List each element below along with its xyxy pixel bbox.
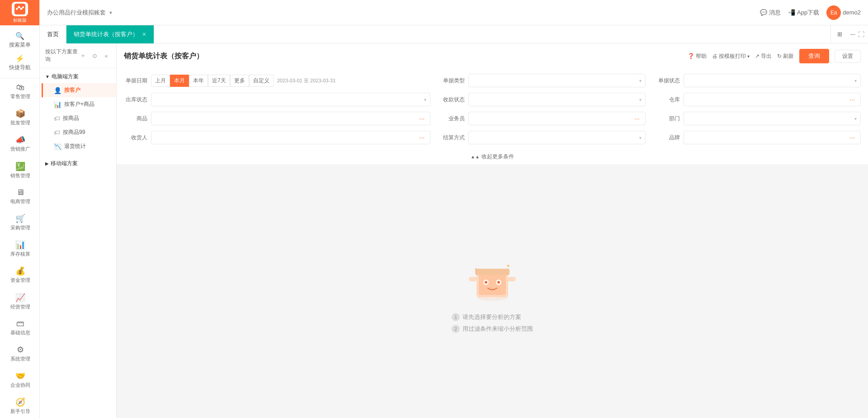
date-btn-custom[interactable]: 自定义 (249, 75, 274, 87)
brand-control: ··· (684, 131, 861, 144)
department-select[interactable]: ▾ (684, 112, 861, 125)
sidebar-item-operations[interactable]: 📈 经营管理 (0, 288, 39, 314)
print-icon: 🖨 (712, 53, 717, 59)
scheme-item-return-stats[interactable]: 📉 退货统计 (42, 139, 116, 153)
right-panel: 销货单统计表（按客户） ❓ 帮助 🖨 按模板打印 ▾ ↗ (117, 43, 868, 418)
salesperson-input[interactable]: ··· (468, 112, 646, 125)
warehouse-label: 仓库 (656, 96, 684, 104)
out-status-select[interactable]: ▾ (151, 93, 430, 106)
sidebar-item-system[interactable]: ⚙ 系统管理 (0, 340, 39, 366)
sidebar-item-retail[interactable]: 🛍 零售管理 (0, 78, 39, 104)
sidebar-item-enterprise[interactable]: 🤝 企业协同 (0, 366, 39, 393)
date-range-text: 2023-03-01 至 2023-03-31 (277, 77, 336, 84)
sidebar-item-sales[interactable]: 💹 销售管理 (0, 157, 39, 183)
sidebar-item-inventory[interactable]: 📊 库存核算 (0, 235, 39, 261)
shortcut-nav-item[interactable]: ⚡ 快捷导航 (3, 52, 37, 74)
filter-row-4: 收货人 ··· 结算方式 (124, 130, 861, 145)
filter-doc-status: 单据状态 ▾ (646, 73, 861, 88)
user-menu[interactable]: Ea demo2 (826, 5, 861, 20)
retail-icon: 🛍 (16, 83, 24, 92)
filter-row-1: 单据日期 上月 本月 本年 近7天 更多 自定义 2023-03-01 至 20… (124, 73, 861, 88)
sidebar-item-basic[interactable]: 🗃 基础信息 (0, 314, 39, 340)
mobile-scheme-header[interactable]: ▶ 移动端方案 (40, 157, 116, 170)
sidebar-item-marketing[interactable]: 📣 营销推广 (0, 130, 39, 157)
tab-minimize-icon[interactable]: ─ (850, 30, 855, 38)
sidebar-item-wholesale[interactable]: 📦 批发管理 (0, 104, 39, 130)
filter-date: 单据日期 上月 本月 本年 近7天 更多 自定义 2023-03-01 至 20… (124, 73, 430, 88)
settlement-control: ▾ (468, 131, 646, 144)
svg-point-11 (497, 281, 500, 284)
sidebar-item-purchase[interactable]: 🛒 采购管理 (0, 209, 39, 235)
out-status-label: 出库状态 (124, 96, 151, 104)
filter-warehouse: 仓库 ··· (646, 92, 861, 107)
date-btn-current-month[interactable]: 本月 (170, 75, 189, 87)
scheme-panel-actions: ＋ ⊙ « (78, 51, 111, 60)
brand-dots-icon[interactable]: ··· (848, 134, 857, 141)
empty-tip-1: 1 请先选择要分析的方案 (452, 313, 533, 321)
header-dropdown-icon[interactable]: ▾ (109, 10, 112, 16)
warehouse-dots-icon[interactable]: ··· (848, 96, 857, 103)
doc-status-select[interactable]: ▾ (684, 74, 861, 87)
query-button[interactable]: 查询 (799, 49, 829, 63)
wholesale-icon: 📦 (15, 109, 25, 119)
pc-scheme-header[interactable]: ▼ 电脑端方案 (40, 70, 116, 83)
payment-status-select[interactable]: ▾ (468, 93, 646, 106)
system-icon: ⚙ (17, 345, 24, 355)
collapse-bar[interactable]: ▲▲ 收起更多条件 (124, 149, 861, 164)
refresh-link[interactable]: ↻ 刷新 (777, 52, 794, 60)
operations-icon: 📈 (15, 293, 25, 303)
download-icon: 📲 (788, 9, 795, 16)
goods-dots-icon[interactable]: ··· (417, 115, 426, 122)
tab-home[interactable]: 首页 (40, 25, 66, 43)
customer-goods-icon: 📊 (54, 101, 61, 108)
date-btn-current-year[interactable]: 本年 (189, 75, 208, 87)
help-icon: ❓ (688, 53, 694, 59)
collapse-panel-btn[interactable]: « (102, 51, 111, 60)
sidebar-item-finance[interactable]: 💰 资金管理 (0, 261, 39, 288)
filter-goods: 商品 ··· (124, 111, 430, 126)
svg-rect-7 (479, 275, 506, 295)
empty-tip-2: 2 用过滤条件来缩小分析范围 (452, 325, 533, 333)
sidebar-item-ecommerce[interactable]: 🖥 电商管理 (0, 183, 39, 209)
help-link[interactable]: ❓ 帮助 (688, 52, 707, 60)
warehouse-input[interactable]: ··· (684, 93, 861, 106)
export-link[interactable]: ↗ 导出 (755, 52, 772, 60)
svg-point-3 (20, 8, 22, 10)
settlement-select[interactable]: ▾ (468, 131, 646, 144)
scheme-item-by-goods-99[interactable]: 🏷 按商品99 (42, 125, 116, 139)
receiver-dots-icon[interactable]: ··· (417, 134, 426, 141)
goods-input[interactable]: ··· (151, 112, 430, 125)
out-status-arrow-icon: ▾ (424, 97, 426, 102)
tab-close-icon[interactable]: ✕ (142, 31, 146, 38)
payment-status-arrow-icon: ▾ (639, 97, 642, 102)
date-btn-last-month[interactable]: 上月 (151, 75, 170, 87)
tab-maximize-icon[interactable]: ⛶ (858, 31, 864, 38)
tab-sales-stats[interactable]: 销货单统计表（按客户） ✕ (66, 25, 154, 43)
grid-icon: ⚡ (15, 54, 24, 63)
collapse-up-icon: ▲▲ (471, 154, 480, 159)
sidebar: 标账版 🔍 搜索菜单 ⚡ 快捷导航 🛍 零售管理 📦 批发管理 📣 营销推广 💹… (0, 0, 40, 418)
date-btn-more[interactable]: 更多 (230, 75, 249, 87)
app-download-action[interactable]: 📲 App下载 (788, 9, 819, 17)
print-dropdown-icon[interactable]: ▾ (747, 54, 750, 59)
empty-tips: 1 请先选择要分析的方案 2 用过滤条件来缩小分析范围 (452, 313, 533, 333)
date-btn-last-7[interactable]: 近7天 (208, 75, 230, 87)
doc-type-select[interactable]: ▾ (468, 74, 646, 87)
brand-input[interactable]: ··· (684, 131, 861, 144)
settings-scheme-btn[interactable]: ⊙ (90, 51, 99, 60)
add-scheme-btn[interactable]: ＋ (78, 51, 87, 60)
scheme-item-by-customer-goods[interactable]: 📊 按客户+商品 (42, 97, 116, 111)
search-menu-item[interactable]: 🔍 搜索菜单 (3, 29, 37, 52)
filter-block: 销货单统计表（按客户） ❓ 帮助 🖨 按模板打印 ▾ ↗ (117, 43, 868, 164)
receiver-input[interactable]: ··· (151, 131, 430, 144)
print-link[interactable]: 🖨 按模板打印 ▾ (712, 52, 750, 60)
tab-expand-btn[interactable]: ⊞ (830, 25, 849, 43)
scheme-item-by-goods[interactable]: 🏷 按商品 (42, 111, 116, 125)
top-header: 办公用品行业模拟账套 ▾ 💬 消息 📲 App下载 Ea demo2 (40, 0, 868, 25)
settings-button[interactable]: 设置 (835, 50, 861, 63)
sidebar-item-guide[interactable]: 🧭 新手引导 (0, 393, 39, 418)
salesperson-dots-icon[interactable]: ··· (632, 115, 642, 122)
scheme-panel-header: 按以下方案查询 ＋ ⊙ « (40, 43, 116, 68)
scheme-item-by-customer[interactable]: 👤 按客户 (42, 83, 116, 97)
message-action[interactable]: 💬 消息 (760, 9, 781, 17)
